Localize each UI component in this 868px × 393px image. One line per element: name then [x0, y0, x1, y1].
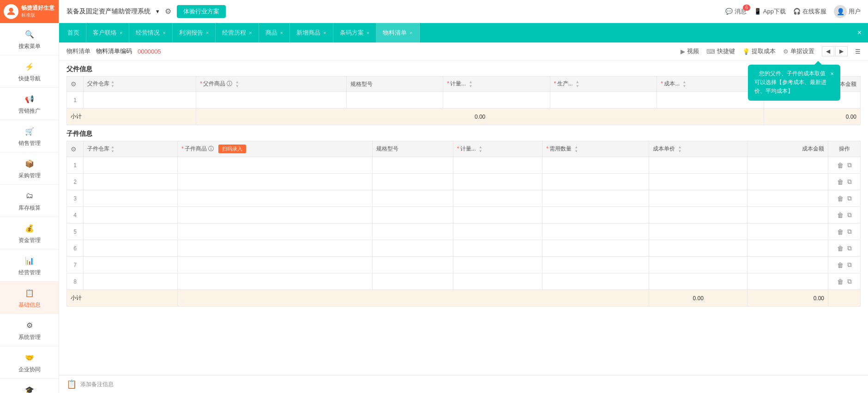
sidebar-item-guide[interactable]: 🎓 新手引导 [0, 379, 59, 393]
delete-icon[interactable]: 🗑 [837, 212, 844, 219]
top-header: 装备及固定资产辅助管理系统 ▾ ⚙ 体验行业方案 💬 6 消息 📱 App下载 … [59, 0, 868, 23]
nav-tab-经营情况[interactable]: 经营情况 × [129, 23, 172, 42]
sidebar-item-search[interactable]: 🔍 搜索菜单 [0, 23, 59, 55]
nav-tab-商品[interactable]: 商品 × [259, 23, 290, 42]
copy-icon[interactable]: ⧉ [847, 228, 852, 236]
sidebar-item-label: 销售管理 [18, 139, 41, 147]
scan-input-btn[interactable]: 扫码录入 [218, 145, 246, 153]
messages-btn[interactable]: 💬 6 消息 [725, 7, 747, 16]
parent-col-produce: *生产... ▲▼ [550, 77, 657, 92]
delete-icon[interactable]: 🗑 [837, 228, 844, 236]
parent-gear-icon[interactable]: ⚙ [71, 80, 77, 88]
single-settings-btn[interactable]: ⚙ 单据设置 [783, 47, 814, 55]
sidebar: 畅捷通好生意 标准版 🔍 搜索菜单 ⚡ 快捷导航 📢 营销推广 🛒 销售管理 📦… [0, 0, 59, 393]
search-icon: 🔍 [23, 28, 36, 41]
delete-icon[interactable]: 🗑 [837, 195, 844, 202]
nav-tabs-bar: 首页客户联络 ×经营情况 ×利润报告 ×经营历程 ×商品 ×新增商品 ×条码方案… [59, 23, 868, 42]
tab-label: 经营情况 [136, 29, 160, 37]
copy-icon[interactable]: ⧉ [847, 194, 852, 202]
tab-close-btn[interactable]: × [367, 30, 369, 36]
tab-label: 经营历程 [222, 29, 246, 37]
finance-icon: 💰 [23, 222, 36, 235]
close-all-tabs-btn[interactable]: × [853, 29, 866, 37]
copy-icon[interactable]: ⧉ [847, 244, 852, 252]
delete-icon[interactable]: 🗑 [837, 245, 844, 252]
tab-close-btn[interactable]: × [280, 30, 283, 36]
tab-close-btn[interactable]: × [206, 30, 209, 36]
table-row: 1 [67, 92, 861, 109]
delete-icon[interactable]: 🗑 [837, 162, 844, 169]
tab-close-btn[interactable]: × [410, 30, 412, 36]
tooltip-text: 您的父件、子件的成本取值可以选择【参考成本、最新进价、平均成本】 [754, 70, 826, 94]
shortcut-btn[interactable]: ⌨ 快捷键 [706, 47, 735, 55]
nav-tab-新增商品[interactable]: 新增商品 × [290, 23, 333, 42]
sidebar-item-purchase[interactable]: 📦 采购管理 [0, 152, 59, 185]
system-select-btn[interactable]: ▾ [156, 8, 159, 15]
child-col-settings: ⚙ [67, 141, 84, 157]
sidebar-item-basic[interactable]: 📋 基础信息 [0, 282, 59, 314]
page-nav-btns: ◀ ▶ [822, 46, 848, 56]
nav-tab-经营历程[interactable]: 经营历程 × [216, 23, 259, 42]
table-row: 1 🗑 ⧉ [67, 157, 861, 174]
tab-label: 商品 [265, 29, 277, 37]
sidebar-item-shortcut[interactable]: ⚡ 快捷导航 [0, 55, 59, 88]
prev-page-btn[interactable]: ◀ [822, 46, 834, 56]
tab-close-btn[interactable]: × [249, 30, 252, 36]
list-view-btn[interactable]: ☰ [855, 48, 861, 55]
child-col-product: *子件商品 ⓘ 扫码录入 [178, 141, 373, 157]
basic-icon: 📋 [23, 286, 36, 299]
svg-point-0 [9, 8, 13, 12]
copy-icon[interactable]: ⧉ [847, 278, 852, 285]
view-video-btn[interactable]: ▶ 视频 [681, 47, 699, 55]
breadcrumb-item-1[interactable]: 物料清单 [66, 47, 90, 55]
sidebar-item-label: 系统管理 [18, 333, 41, 341]
nav-tab-客户联络[interactable]: 客户联络 × [86, 23, 129, 42]
online-service-btn[interactable]: 🎧 在线客服 [793, 7, 826, 16]
nav-tab-利润报告[interactable]: 利润报告 × [173, 23, 216, 42]
child-gear-icon[interactable]: ⚙ [71, 145, 77, 153]
shortcut-label: 快捷键 [717, 47, 735, 55]
tab-close-btn[interactable]: × [120, 30, 122, 36]
sidebar-item-inventory[interactable]: 🗂 库存核算 [0, 185, 59, 217]
nav-tab-首页[interactable]: 首页 [61, 23, 86, 42]
table-row: 4 🗑 ⧉ [67, 207, 861, 224]
nav-tab-条码方案[interactable]: 条码方案 × [333, 23, 376, 42]
tab-label: 客户联络 [93, 29, 117, 37]
app-download-btn[interactable]: 📱 App下载 [754, 7, 786, 16]
tooltip-close-btn[interactable]: × [830, 69, 834, 79]
nav-tab-物料清单[interactable]: 物料清单 × [376, 23, 419, 42]
sidebar-item-label: 采购管理 [18, 172, 41, 180]
parent-section-title: 父件信息 [66, 60, 861, 76]
copy-icon[interactable]: ⧉ [847, 161, 852, 169]
tab-close-btn[interactable]: × [323, 30, 326, 36]
main-area: 装备及固定资产辅助管理系统 ▾ ⚙ 体验行业方案 💬 6 消息 📱 App下载 … [59, 0, 868, 393]
delete-icon[interactable]: 🗑 [837, 261, 844, 269]
tab-close-btn[interactable]: × [163, 30, 165, 36]
guide-icon: 🎓 [23, 383, 36, 393]
settings-gear-btn[interactable]: ⚙ [165, 7, 171, 16]
sidebar-item-label: 库存核算 [18, 204, 41, 212]
parent-col-unit: *计量... ▲▼ [443, 77, 550, 92]
view-label: 视频 [687, 47, 699, 55]
extract-cost-btn[interactable]: 💡 提取成本 [742, 47, 776, 55]
sidebar-item-system[interactable]: ⚙ 系统管理 [0, 314, 59, 346]
user-label: 用户 [849, 7, 861, 16]
copy-icon[interactable]: ⧉ [847, 178, 852, 186]
child-section-title: 子件信息 [66, 125, 861, 141]
sidebar-item-marketing[interactable]: 📢 营销推广 [0, 88, 59, 120]
trial-btn[interactable]: 体验行业方案 [177, 5, 226, 18]
table-row: 3 🗑 ⧉ [67, 190, 861, 207]
delete-icon[interactable]: 🗑 [837, 278, 844, 285]
delete-icon[interactable]: 🗑 [837, 178, 844, 186]
sidebar-item-sales[interactable]: 🛒 销售管理 [0, 120, 59, 152]
copy-icon[interactable]: ⧉ [847, 211, 852, 219]
copy-icon[interactable]: ⧉ [847, 261, 852, 269]
child-col-spec: 规格型号 [373, 141, 453, 157]
note-hint[interactable]: 添加备注信息 [80, 381, 114, 388]
next-page-btn[interactable]: ▶ [835, 46, 848, 56]
sidebar-item-label: 资金管理 [18, 236, 41, 244]
sidebar-item-enterprise[interactable]: 🤝 企业协同 [0, 346, 59, 379]
sidebar-item-finance[interactable]: 💰 资金管理 [0, 217, 59, 249]
sidebar-item-operations[interactable]: 📊 经营管理 [0, 249, 59, 282]
user-menu-btn[interactable]: 👤 用户 [834, 5, 861, 18]
